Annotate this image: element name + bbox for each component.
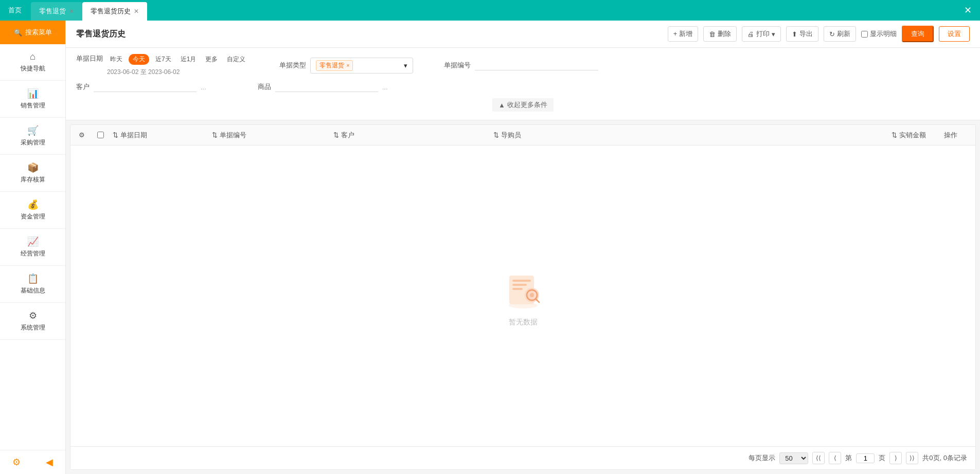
tab-home[interactable]: 首页	[0, 0, 30, 21]
page-input[interactable]	[856, 453, 875, 463]
customer-filter: 客户 ...	[76, 82, 206, 92]
th-amount: ⇅ 实销金额	[846, 131, 930, 140]
customer-ellipsis: ...	[201, 83, 206, 91]
svg-rect-4	[512, 288, 523, 290]
export-button[interactable]: ⬆ 导出	[786, 26, 818, 42]
th-amount-label: 实销金额	[899, 131, 926, 140]
empty-icon	[500, 265, 546, 312]
sidebar-search-label: 搜索菜单	[25, 28, 52, 37]
type-tag: 零售退货 ×	[316, 60, 353, 71]
goods-filter-label: 商品	[258, 82, 271, 92]
customer-input[interactable]	[94, 82, 197, 92]
voucher-input[interactable]	[475, 60, 598, 70]
th-num-sort-icon[interactable]: ⇅	[212, 131, 218, 139]
base-info-icon: 📋	[27, 273, 39, 284]
type-tag-close[interactable]: ×	[346, 63, 349, 68]
export-icon: ⬆	[792, 30, 797, 38]
th-guide: ⇅ 导购员	[489, 131, 611, 140]
th-date: ⇅ 单据日期	[109, 131, 208, 140]
tab-retail-return-history[interactable]: 零售退货历史 ✕	[82, 2, 147, 21]
svg-rect-3	[512, 284, 527, 286]
refresh-button[interactable]: ↻ 刷新	[824, 26, 856, 42]
sidebar-item-inventory[interactable]: 📦 库存核算	[0, 155, 65, 192]
header-actions: + 新增 🗑 删除 🖨 打印 ▾ ⬆ 导出 ↻ 刷新	[668, 26, 970, 42]
date-range-value: 2023-06-02 至 2023-06-02	[107, 68, 248, 77]
tab-home-label: 首页	[8, 6, 22, 15]
next-page-button[interactable]: ⟩	[889, 452, 902, 464]
new-button-label: + 新增	[673, 29, 692, 39]
th-guide-sort-icon[interactable]: ⇅	[493, 131, 499, 139]
date-opt-7days[interactable]: 近7天	[152, 54, 174, 65]
per-page-select[interactable]: 50 10 20 100	[779, 452, 808, 464]
date-opt-1month[interactable]: 近1月	[177, 54, 200, 65]
setting-button[interactable]: 设置	[939, 26, 970, 42]
type-select[interactable]: 零售退货 × ▾	[310, 58, 413, 74]
query-button[interactable]: 查询	[902, 26, 934, 42]
delete-button-label: 删除	[718, 29, 731, 39]
sidebar-item-sales-mgmt[interactable]: 📊 销售管理	[0, 81, 65, 118]
print-button[interactable]: 🖨 打印 ▾	[742, 26, 781, 42]
display-detail-checkbox[interactable]	[861, 31, 868, 38]
sidebar-item-sys-mgmt[interactable]: ⚙ 系统管理	[0, 303, 65, 340]
sidebar-item-quick-nav[interactable]: ⌂ 快捷导航	[0, 44, 65, 81]
th-amount-sort-icon[interactable]: ⇅	[892, 131, 897, 139]
last-page-button[interactable]: ⟩⟩	[906, 452, 918, 464]
select-all-checkbox[interactable]	[97, 132, 104, 138]
th-action: 操作	[930, 131, 971, 140]
date-opt-more[interactable]: 更多	[202, 54, 221, 65]
sidebar: 🔍 搜索菜单 ⌂ 快捷导航 📊 销售管理 🛒 采购管理 📦 库存核算 💰 资金管…	[0, 21, 66, 474]
print-icon: 🖨	[747, 30, 754, 38]
finance-icon: 💰	[27, 199, 39, 210]
date-filter: 单据日期 昨天 今天 近7天 近1月 更多 自定义 2023-06-02 至 2…	[76, 54, 248, 77]
content-area: 零售退货历史 + 新增 🗑 删除 🖨 打印 ▾ ⬆ 导出	[66, 21, 980, 474]
date-filter-label: 单据日期	[76, 54, 103, 63]
type-filter: 单据类型 零售退货 × ▾	[279, 58, 413, 74]
type-select-chevron-icon: ▾	[404, 62, 407, 69]
delete-button[interactable]: 🗑 删除	[703, 26, 737, 42]
goods-input[interactable]	[275, 82, 378, 92]
th-check[interactable]	[93, 132, 109, 138]
operations-icon: 📈	[27, 236, 39, 247]
collapse-sidebar-icon[interactable]: ◀	[46, 457, 53, 468]
sidebar-item-inventory-label: 库存核算	[21, 175, 45, 184]
th-date-sort-icon[interactable]: ⇅	[113, 131, 118, 139]
sidebar-item-base-info-label: 基础信息	[21, 286, 45, 295]
sidebar-item-base-info[interactable]: 📋 基础信息	[0, 266, 65, 303]
window-close-button[interactable]: ✕	[956, 5, 980, 16]
sidebar-item-purchase-mgmt[interactable]: 🛒 采购管理	[0, 118, 65, 155]
per-page-label: 每页显示	[749, 453, 775, 463]
prev-page-button[interactable]: ⟨	[829, 452, 841, 464]
purchase-icon: 🛒	[27, 125, 39, 136]
sidebar-bottom: ⚙ ◀	[0, 450, 65, 474]
date-options: 昨天 今天 近7天 近1月 更多 自定义	[107, 54, 248, 65]
sales-icon: 📊	[27, 88, 39, 99]
sidebar-item-finance[interactable]: 💰 资金管理	[0, 192, 65, 229]
th-settings[interactable]: ⚙	[75, 131, 93, 139]
tab-retail-return-label: 零售退货	[39, 7, 66, 16]
filter-row-2: 客户 ... 商品 ...	[76, 82, 970, 92]
sidebar-item-operations[interactable]: 📈 经营管理	[0, 229, 65, 266]
display-detail-toggle: 显示明细	[861, 29, 897, 39]
sidebar-search[interactable]: 🔍 搜索菜单	[0, 21, 65, 44]
sidebar-item-sys-mgmt-label: 系统管理	[21, 323, 45, 332]
settings-bottom-icon[interactable]: ⚙	[12, 457, 21, 468]
first-page-button[interactable]: ⟨⟨	[812, 452, 825, 464]
type-tag-text: 零售退货	[319, 61, 344, 70]
th-customer-sort-icon[interactable]: ⇅	[333, 131, 339, 139]
collapse-button[interactable]: ▲ 收起更多条件	[492, 98, 554, 112]
tab-retail-return-history-close[interactable]: ✕	[134, 8, 139, 15]
setting-button-label: 设置	[948, 30, 961, 38]
date-opt-today[interactable]: 今天	[129, 54, 149, 65]
type-filter-label: 单据类型	[279, 61, 306, 70]
new-button[interactable]: + 新增	[668, 26, 698, 42]
filter-area: 单据日期 昨天 今天 近7天 近1月 更多 自定义 2023-06-02 至 2…	[66, 48, 980, 120]
search-icon: 🔍	[14, 29, 22, 37]
table-header: ⚙ ⇅ 单据日期 ⇅ 单据编号 ⇅ 客户 ⇅ 导购员	[70, 125, 975, 145]
tab-retail-return[interactable]: 零售退货 ✕	[31, 2, 82, 21]
total-label: 共0页, 0条记录	[922, 453, 967, 463]
date-opt-custom[interactable]: 自定义	[224, 54, 248, 65]
date-opt-yesterday[interactable]: 昨天	[107, 54, 126, 65]
th-number: ⇅ 单据编号	[208, 131, 330, 140]
th-date-label: 单据日期	[120, 131, 147, 140]
tab-retail-return-close[interactable]: ✕	[69, 8, 74, 15]
